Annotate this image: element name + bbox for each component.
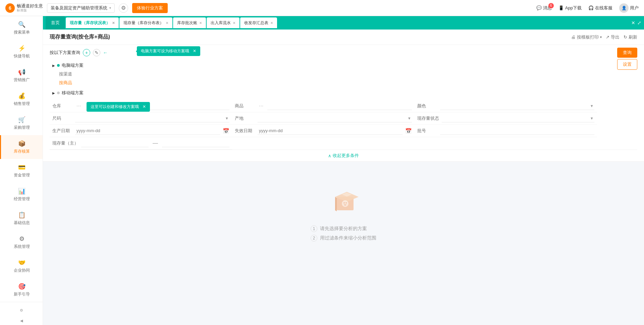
sidebar-item-sales[interactable]: 💰 销售管理 xyxy=(0,88,43,111)
warehouse-label: 仓库 xyxy=(52,103,72,109)
goods-dots[interactable]: ··· xyxy=(258,103,265,109)
expire-date-calendar-icon[interactable]: 📅 xyxy=(405,128,412,134)
stock-status-label: 现存量状态 xyxy=(417,115,439,121)
tab-flow[interactable]: 出入库流水 ✕ xyxy=(207,17,239,28)
tab-home[interactable]: 首页 xyxy=(46,16,65,30)
size-label: 尺码 xyxy=(52,115,72,121)
tab-inventory-dist[interactable]: 现存量（库存分布表） ✕ xyxy=(119,17,172,28)
system-selector[interactable]: 装备及固定资产辅助管理系统 ▾ xyxy=(47,3,115,13)
chevron-down-icon: ▶ xyxy=(52,64,55,67)
tab-summary[interactable]: 收发存汇总表 ✕ xyxy=(240,17,277,28)
stock-status-select[interactable]: ▾ xyxy=(442,114,594,122)
tab-close-4[interactable]: ✕ xyxy=(233,21,235,25)
page-title: 现存量查询(按仓库+商品) xyxy=(50,34,110,41)
scheme-group-desktop-label[interactable]: ▶ 电脑端方案 xyxy=(52,61,637,70)
card-icon: 💳 xyxy=(18,164,25,171)
color-select[interactable]: ▾ xyxy=(440,102,594,110)
logo-text: 畅通道好生意 标准版 xyxy=(17,3,43,13)
batch-input[interactable] xyxy=(440,127,594,135)
notification-badge: 6 xyxy=(548,3,554,8)
stock-qty-max[interactable] xyxy=(162,139,229,147)
filter-area: 按以下方案查询 + ✎ ← 电脑方案可设为移动方案哦 ✕ xyxy=(43,45,644,162)
headset-icon: 🎧 xyxy=(588,5,594,10)
sidebar-item-purchase[interactable]: 🛒 采购管理 xyxy=(0,111,43,135)
printer-icon: 🖨 xyxy=(571,35,576,40)
sidebar-item-inventory[interactable]: 📦 库存核算 xyxy=(0,135,43,159)
settings-icon-btn[interactable]: ⚙ xyxy=(119,3,128,13)
collapse-icon: ∧ xyxy=(328,153,331,158)
produce-date-start[interactable] xyxy=(75,127,220,135)
sidebar-item-guide[interactable]: 🎯 新手引导 xyxy=(0,278,43,302)
phone-icon: 📱 xyxy=(558,5,564,10)
reset-button[interactable]: 设置 xyxy=(617,59,637,70)
handshake-icon: 🤝 xyxy=(18,259,25,266)
search-button[interactable]: 查询 xyxy=(617,48,637,58)
tab-close-5[interactable]: ✕ xyxy=(270,21,273,25)
online-support-button[interactable]: 🎧 在线客服 xyxy=(588,5,612,11)
scheme-item-channel[interactable]: 按渠道 xyxy=(52,70,637,78)
tab-close-1[interactable]: ✕ xyxy=(112,21,115,25)
filter-header: 按以下方案查询 + ✎ ← 电脑方案可设为移动方案哦 ✕ xyxy=(50,49,637,56)
chevron-right-icon: ▶ xyxy=(52,91,55,95)
sidebar-item-system[interactable]: ⚙ 系统管理 xyxy=(0,230,43,254)
scheme-item-goods[interactable]: 按商品 xyxy=(52,78,637,87)
cart-icon: 🛒 xyxy=(18,116,25,123)
scheme-tree: ▶ 电脑端方案 按渠道 按商品 xyxy=(50,60,637,100)
empty-steps: 1 请先选择要分析的方案 2 用过滤条件来缩小分析范围 xyxy=(311,225,376,241)
fullscreen-icon[interactable]: ⤢ xyxy=(637,20,641,25)
user-menu[interactable]: 👤 用户 xyxy=(619,3,639,13)
tab-inventory-status[interactable]: 现存量（库存状况表） ✕ xyxy=(66,17,119,28)
svg-point-5 xyxy=(344,203,345,204)
filter-cell-produce-date: 生产日期 📅 xyxy=(50,125,232,137)
page-actions: 🖨 按模板打印 ▾ ↗ 导出 ↻ 刷新 xyxy=(571,34,637,40)
industry-button[interactable]: 体验行业方案 xyxy=(132,3,168,13)
collapse-row[interactable]: ∧ 收起更多条件 xyxy=(50,150,637,161)
logo-icon: 6 xyxy=(5,3,15,13)
gear-icon: ⚙ xyxy=(121,5,126,11)
filter-cell-expire-date: 失效日期 📅 xyxy=(232,125,415,137)
app-download-button[interactable]: 📱 App下载 xyxy=(558,5,582,11)
size-select[interactable]: ▾ xyxy=(75,114,229,122)
sidebar-item-marketing[interactable]: 📢 营销推广 xyxy=(0,64,43,88)
warehouse-dots[interactable]: ··· xyxy=(75,103,82,109)
stock-qty-min[interactable] xyxy=(81,139,149,147)
filter-cell-batch: 批号 xyxy=(415,125,597,137)
box-icon: 📦 xyxy=(18,140,25,147)
bell-icon: 💬 xyxy=(536,5,542,10)
sidebar-item-search[interactable]: 🔍 搜索菜单 xyxy=(0,16,43,40)
sidebar-settings[interactable]: ⚙ xyxy=(0,305,43,316)
settings-icon: ⚙ xyxy=(20,308,23,313)
system-icon: ⚙ xyxy=(19,235,24,242)
money-icon: 💰 xyxy=(18,92,25,100)
tooltip-create-close[interactable]: ✕ xyxy=(143,104,146,109)
tooltip-scheme: 电脑方案可设为移动方案哦 ✕ xyxy=(137,46,200,56)
filter-add-button[interactable]: + xyxy=(83,49,90,56)
color-arrow-icon: ▾ xyxy=(591,103,593,108)
export-button[interactable]: ↗ 导出 xyxy=(606,34,620,40)
print-button[interactable]: 🖨 按模板打印 ▾ xyxy=(571,34,602,40)
produce-date-calendar-icon[interactable]: 📅 xyxy=(223,128,229,134)
sidebar-item-enterprise[interactable]: 🤝 企业协同 xyxy=(0,254,43,278)
sidebar-item-business[interactable]: 📊 经营管理 xyxy=(0,183,43,207)
filter-edit-button[interactable]: ✎ xyxy=(93,49,100,56)
tab-close-2[interactable]: ✕ xyxy=(166,21,168,25)
header-right: 💬 消息 6 📱 App下载 🎧 在线客服 👤 用户 xyxy=(536,3,639,13)
scheme-group-mobile-label[interactable]: ▶ 移动端方案 xyxy=(52,89,637,97)
origin-select[interactable]: ▾ xyxy=(258,114,412,122)
guide-icon: 🎯 xyxy=(18,283,25,290)
close-all-icon[interactable]: ✕ xyxy=(631,20,635,25)
refresh-button[interactable]: ↻ 刷新 xyxy=(624,34,637,40)
origin-arrow-icon: ▾ xyxy=(408,116,411,121)
svg-point-6 xyxy=(346,203,347,204)
tab-batch[interactable]: 库存批次账 ✕ xyxy=(173,17,206,28)
sidebar-toggle[interactable]: ◀ xyxy=(0,316,43,325)
tooltip-scheme-close[interactable]: ✕ xyxy=(193,49,196,53)
sidebar-item-quick-nav[interactable]: ⚡ 快捷导航 xyxy=(0,40,43,64)
refresh-icon: ↻ xyxy=(624,35,627,40)
sidebar-item-finance[interactable]: 💳 资金管理 xyxy=(0,159,43,183)
filter-back-button[interactable]: ← xyxy=(103,50,108,55)
expire-date-start[interactable] xyxy=(258,127,402,135)
sidebar-item-basic-info[interactable]: 📋 基础信息 xyxy=(0,207,43,230)
tab-close-3[interactable]: ✕ xyxy=(199,21,202,25)
notification-button[interactable]: 💬 消息 6 xyxy=(536,5,552,11)
